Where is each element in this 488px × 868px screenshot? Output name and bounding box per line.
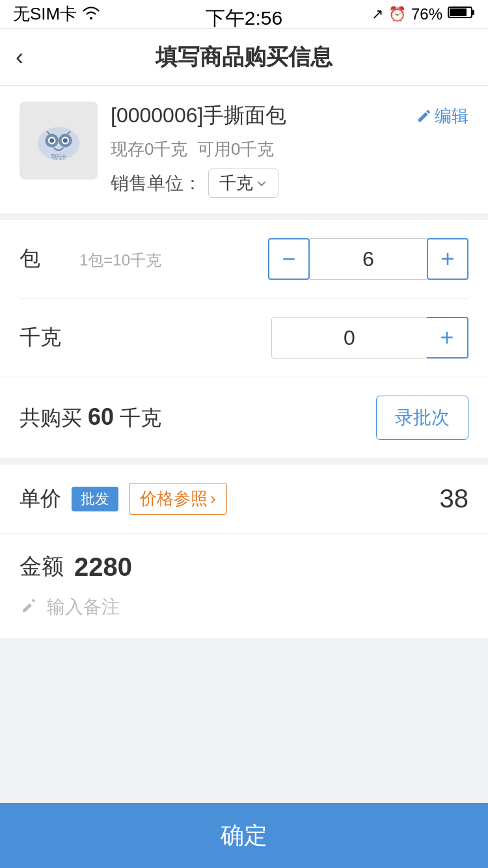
svg-rect-2 — [450, 8, 467, 16]
confirm-button-label: 确定 — [221, 820, 267, 852]
total-section: 共购买 60 千克 录批次 — [0, 377, 488, 465]
svg-point-8 — [49, 139, 54, 143]
price-section: 单价 批发 价格参照 › 38 — [0, 465, 488, 534]
bao-qty-control: − + — [268, 238, 468, 280]
price-tag: 批发 — [72, 487, 118, 511]
amount-section: 金额 2280 输入备注 — [0, 534, 488, 638]
qianke-qty-control: + — [271, 317, 468, 359]
product-name-row: [0000006]手撕面包 编辑 — [111, 102, 468, 130]
total-text: 共购买 60 千克 — [20, 403, 161, 433]
unit-select[interactable]: 千克 — [208, 169, 278, 198]
note-placeholder: 输入备注 — [47, 595, 120, 619]
product-logo: 智计 — [33, 118, 85, 163]
qianke-label: 千克 — [20, 323, 72, 352]
product-unit-row: 销售单位： 千克 — [111, 169, 468, 198]
bao-label: 包 — [20, 245, 72, 273]
amount-value: 2280 — [74, 552, 132, 582]
back-button[interactable]: ‹ — [16, 44, 23, 71]
edit-button[interactable]: 编辑 — [416, 105, 468, 128]
amount-row: 金额 2280 — [20, 552, 468, 595]
record-batch-button[interactable]: 录批次 — [376, 396, 468, 440]
status-right: ↗ ⏰ 76% — [372, 4, 475, 24]
bao-decrement-button[interactable]: − — [268, 238, 310, 280]
bao-hint: 1包=10千克 — [79, 250, 161, 271]
qianke-increment-button[interactable]: + — [427, 317, 468, 359]
price-label: 单价 — [20, 485, 61, 513]
price-reference-button[interactable]: 价格参照 › — [129, 483, 227, 515]
battery-text: 76% — [411, 5, 442, 23]
qianke-row: 千克 + — [20, 299, 468, 377]
qianke-qty-input[interactable] — [271, 317, 427, 359]
svg-rect-1 — [472, 10, 474, 15]
product-image: 智计 — [20, 102, 98, 180]
status-time: 下午2:56 — [206, 5, 282, 32]
note-row[interactable]: 输入备注 — [20, 595, 468, 638]
bao-qty-input[interactable] — [310, 238, 427, 280]
product-card: 智计 [0000006]手撕面包 编辑 现存0千克 可用0千克 销售单位： 千克 — [0, 86, 488, 220]
price-value: 38 — [440, 484, 469, 513]
status-bar: 无SIM卡 下午2:56 ↗ ⏰ 76% — [0, 0, 488, 29]
bao-increment-button[interactable]: + — [427, 238, 468, 280]
carrier-text: 无SIM卡 — [13, 3, 77, 25]
product-name: [0000006]手撕面包 — [111, 102, 286, 130]
battery-icon — [448, 4, 475, 24]
svg-text:智计: 智计 — [51, 154, 66, 160]
location-icon: ↗ — [372, 6, 383, 23]
svg-point-9 — [63, 139, 68, 143]
status-left: 无SIM卡 — [13, 3, 100, 25]
confirm-button[interactable]: 确定 — [0, 803, 488, 868]
pencil-icon — [20, 595, 39, 619]
amount-label: 金额 — [20, 552, 64, 582]
bao-row: 包 1包=10千克 − + — [20, 220, 468, 299]
product-stock: 现存0千克 可用0千克 — [111, 138, 468, 161]
quantity-section: 包 1包=10千克 − + 千克 + — [0, 220, 488, 377]
wifi-icon — [82, 4, 100, 24]
nav-bar: ‹ 填写商品购买信息 — [0, 29, 488, 86]
product-info: [0000006]手撕面包 编辑 现存0千克 可用0千克 销售单位： 千克 — [111, 102, 468, 198]
alarm-icon: ⏰ — [388, 6, 406, 23]
page-title: 填写商品购买信息 — [156, 42, 332, 72]
